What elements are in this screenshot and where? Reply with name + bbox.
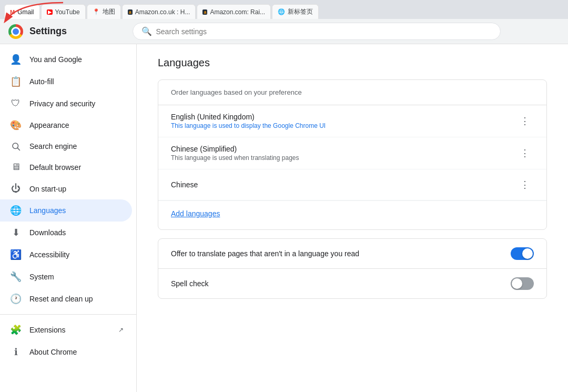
tab-youtube[interactable]: ▶ YouTube <box>41 4 86 19</box>
add-languages-link[interactable]: Add languages <box>158 202 546 225</box>
section-title: Languages <box>158 57 547 69</box>
puzzle-icon: 🧩 <box>11 324 21 336</box>
tab-maps[interactable]: 📍 地图 <box>87 4 121 19</box>
sidebar-item-about-chrome[interactable]: ℹ About Chrome <box>0 341 132 363</box>
info-icon: ℹ <box>11 346 21 358</box>
translate-setting-label: Offer to translate pages that aren't in … <box>171 249 511 258</box>
sidebar-label-downloads: Downloads <box>29 228 124 237</box>
palette-icon: 🎨 <box>11 119 21 131</box>
lang-desc-chinese-simplified: This language is used when translating p… <box>171 154 516 162</box>
sidebar-label-privacy-security: Privacy and security <box>29 99 124 108</box>
search-input[interactable] <box>156 27 492 36</box>
spell-check-setting-label: Spell check <box>171 279 511 288</box>
lang-info-english: English (United Kingdom) This language i… <box>171 113 516 129</box>
translate-setting-row: Offer to translate pages that aren't in … <box>158 239 546 269</box>
lang-info-chinese: Chinese <box>171 180 516 189</box>
browser-toolbar: Settings 🔍 <box>0 19 568 44</box>
sidebar-item-search-engine[interactable]: Search engine <box>0 136 132 156</box>
main-content: Languages Order languages based on your … <box>137 44 568 392</box>
external-link-icon: ↗ <box>118 326 124 334</box>
shield-icon: 🛡 <box>11 98 21 109</box>
tab-youtube-label: YouTube <box>55 8 80 16</box>
maps-favicon: 📍 <box>93 8 100 15</box>
gmail-favicon: M <box>10 9 15 15</box>
order-header: Order languages based on your preference <box>158 80 546 105</box>
sidebar-item-extensions[interactable]: 🧩 Extensions ↗ <box>0 319 132 341</box>
sidebar-label-extensions: Extensions <box>29 326 110 334</box>
lang-name-chinese-simplified: Chinese (Simplified) <box>171 145 516 153</box>
sidebar-label-default-browser: Default browser <box>29 163 124 172</box>
tab-amazon-uk[interactable]: a Amazon.co.uk : H... <box>122 4 196 19</box>
sidebar-label-languages: Languages <box>29 206 124 215</box>
chrome-logo <box>8 24 23 39</box>
lang-info-chinese-simplified: Chinese (Simplified) This language is us… <box>171 145 516 162</box>
sidebar-item-downloads[interactable]: ⬇ Downloads <box>0 222 132 244</box>
three-dots-chinese[interactable]: ⋮ <box>516 177 534 193</box>
three-dots-chinese-simplified[interactable]: ⋮ <box>516 145 534 161</box>
tab-amazon-uk-label: Amazon.co.uk : H... <box>135 8 190 16</box>
youtube-favicon: ▶ <box>47 9 53 15</box>
spell-check-toggle[interactable] <box>511 277 534 290</box>
translate-toggle[interactable] <box>511 247 534 260</box>
tab-maps-label: 地图 <box>103 7 115 16</box>
sidebar-item-default-browser[interactable]: 🖥 Default browser <box>0 156 132 178</box>
globe-favicon: 🌐 <box>278 8 285 15</box>
svg-line-1 <box>17 148 19 150</box>
tab-amazon-com-label: Amazon.com: Rai... <box>210 8 265 16</box>
language-item-chinese-simplified: Chinese (Simplified) This language is us… <box>158 137 546 169</box>
sidebar-label-search-engine: Search engine <box>29 142 124 150</box>
add-languages-row: Add languages <box>158 200 546 229</box>
toggle-settings-card: Offer to translate pages that aren't in … <box>158 238 547 299</box>
lang-name-chinese: Chinese <box>171 180 516 189</box>
tab-new-tab-label: 新标签页 <box>288 7 313 16</box>
sidebar-label-accessibility: Accessibility <box>29 250 124 259</box>
sidebar: 👤 You and Google 📋 Auto-fill 🛡 Privacy a… <box>0 44 137 392</box>
spell-check-setting-row: Spell check <box>158 269 546 298</box>
history-icon: 🕐 <box>11 293 21 305</box>
power-icon: ⏻ <box>11 183 21 194</box>
languages-card: Order languages based on your preference… <box>158 79 547 230</box>
sidebar-label-auto-fill: Auto-fill <box>29 77 124 86</box>
sidebar-label-about-chrome: About Chrome <box>29 348 124 356</box>
sidebar-item-appearance[interactable]: 🎨 Appearance <box>0 114 132 136</box>
sidebar-label-on-startup: On start-up <box>29 185 124 193</box>
sidebar-label-you-and-google: You and Google <box>29 55 124 64</box>
tab-gmail-label: Gmail <box>17 8 34 16</box>
sidebar-item-privacy-security[interactable]: 🛡 Privacy and security <box>0 93 132 114</box>
lang-desc-english: This language is used to display the Goo… <box>171 122 516 129</box>
language-item-chinese: Chinese ⋮ <box>158 169 546 200</box>
app-body: 👤 You and Google 📋 Auto-fill 🛡 Privacy a… <box>0 44 568 392</box>
amazon-com-favicon: a <box>202 9 207 15</box>
sidebar-label-system: System <box>29 273 124 281</box>
lang-name-english: English (United Kingdom) <box>171 113 516 121</box>
sidebar-item-reset-clean[interactable]: 🕐 Reset and clean up <box>0 288 132 310</box>
tab-gmail[interactable]: M Gmail <box>4 4 40 19</box>
sidebar-item-accessibility[interactable]: ♿ Accessibility <box>0 244 132 266</box>
sidebar-item-languages[interactable]: 🌐 Languages <box>0 199 132 222</box>
tab-new-tab[interactable]: 🌐 新标签页 <box>272 4 319 19</box>
search-icon: 🔍 <box>141 26 152 36</box>
settings-page-title: Settings <box>29 26 67 37</box>
sidebar-item-auto-fill[interactable]: 📋 Auto-fill <box>0 71 132 93</box>
sidebar-label-reset-clean: Reset and clean up <box>29 295 124 303</box>
sidebar-divider <box>0 314 136 315</box>
tab-bar: M Gmail ▶ YouTube 📍 地图 a Amazon.co.uk : … <box>0 0 568 19</box>
browser-icon: 🖥 <box>11 162 21 173</box>
download-icon: ⬇ <box>11 227 21 238</box>
search-icon-sidebar <box>11 142 21 151</box>
wrench-icon: 🔧 <box>11 271 21 283</box>
globe-icon: 🌐 <box>11 205 21 216</box>
sidebar-label-appearance: Appearance <box>29 121 124 129</box>
language-item-english: English (United Kingdom) This language i… <box>158 105 546 137</box>
article-icon: 📋 <box>11 76 21 87</box>
three-dots-english[interactable]: ⋮ <box>516 113 534 129</box>
amazon-uk-favicon: a <box>128 9 133 15</box>
tab-amazon-com[interactable]: a Amazon.com: Rai... <box>197 4 271 19</box>
sidebar-item-you-and-google[interactable]: 👤 You and Google <box>0 48 132 71</box>
sidebar-item-on-startup[interactable]: ⏻ On start-up <box>0 178 132 199</box>
accessibility-icon: ♿ <box>11 249 21 260</box>
person-icon: 👤 <box>11 54 21 65</box>
search-bar[interactable]: 🔍 <box>133 23 501 40</box>
sidebar-item-system[interactable]: 🔧 System <box>0 266 132 288</box>
